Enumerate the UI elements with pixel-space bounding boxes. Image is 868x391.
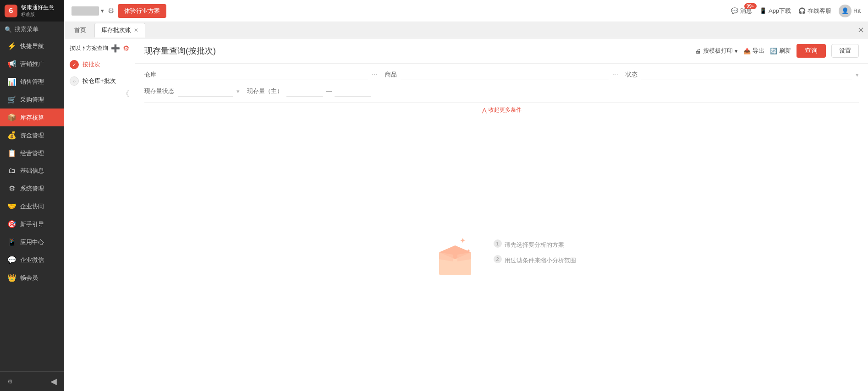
sidebar-item-operations[interactable]: 📋 经营管理 <box>0 144 64 162</box>
qty-min-input[interactable] <box>286 86 323 97</box>
qty-range: — <box>286 86 371 97</box>
search-label: 搜索菜单 <box>15 25 38 33</box>
sidebar-item-member[interactable]: 👑 畅会员 <box>0 269 64 287</box>
wechat-icon: 💬 <box>7 255 16 264</box>
refresh-icon: 🔄 <box>770 48 777 54</box>
trial-button[interactable]: 体验行业方案 <box>118 4 166 18</box>
page-title: 现存量查询(按批次) <box>144 45 216 56</box>
sidebar-item-purchase[interactable]: 🛒 采购管理 <box>0 91 64 109</box>
inventory-qty-label: 现存量（主） <box>247 87 283 95</box>
guide-icon: 🎯 <box>7 220 16 228</box>
sidebar-item-marketing[interactable]: 📢 营销推广 <box>0 55 64 73</box>
empty-instructions: 1 请先选择要分析的方案 2 用过滤条件来缩小分析范围 <box>494 239 576 270</box>
sidebar-item-label: 采购管理 <box>20 96 44 104</box>
tabbar-actions: ✕ <box>857 25 864 35</box>
sidebar: 6 畅康通好生意 标准版 🔍 搜索菜单 ⚡ 快捷导航 📢 营销推广 📊 销售管理… <box>0 0 64 391</box>
filter-row-1: 仓库 ··· 商品 ··· 状态 ▾ <box>144 69 859 80</box>
settings-icon[interactable]: ⚙ <box>7 378 13 385</box>
system-icon: ⚙ <box>7 184 16 193</box>
filter-area: 仓库 ··· 商品 ··· 状态 ▾ <box>135 64 868 118</box>
collapse-label: 收起更多条件 <box>489 106 522 114</box>
sidebar-search[interactable]: 🔍 搜索菜单 <box>0 22 64 37</box>
add-scheme-icon[interactable]: ➕ <box>111 44 120 53</box>
app-download-btn[interactable]: 📱 App下载 <box>759 7 791 15</box>
app-brand: 畅康通好生意 标准版 <box>21 4 54 18</box>
sidebar-item-basics[interactable]: 🗂 基础信息 <box>0 162 64 179</box>
inventory-icon: 📦 <box>7 113 16 122</box>
sales-icon: 📊 <box>7 77 16 86</box>
sidebar-item-sales[interactable]: 📊 销售管理 <box>0 73 64 91</box>
basics-icon: 🗂 <box>7 167 16 175</box>
chevron-down-icon2: ▾ <box>236 88 240 95</box>
app-download-label: App下载 <box>769 7 791 15</box>
sidebar-item-finance[interactable]: 💰 资金管理 <box>0 126 64 144</box>
scheme-item-by-warehouse-batch[interactable]: ○ 按仓库+批次 <box>64 73 135 89</box>
filter-inventory-qty: 现存量（主） — <box>247 86 371 97</box>
sidebar-item-quick-nav[interactable]: ⚡ 快捷导航 <box>0 37 64 55</box>
range-separator: — <box>326 88 332 95</box>
status-label: 状态 <box>626 71 637 79</box>
filter-row-2: 现存量状态 ▾ 现存量（主） — <box>144 86 859 97</box>
app-name: 畅康通好生意 <box>21 4 54 11</box>
scheme-header-label: 按以下方案查询 <box>70 44 108 52</box>
sidebar-item-guide[interactable]: 🎯 新手引导 <box>0 215 64 233</box>
messages-btn[interactable]: 💬 消息 99+ <box>731 7 752 15</box>
sidebar-item-apps[interactable]: 📱 应用中心 <box>0 233 64 251</box>
refresh-btn[interactable]: 🔄 刷新 <box>770 47 791 55</box>
search-icon: 🔍 <box>5 26 12 33</box>
marketing-icon: 📢 <box>7 60 16 68</box>
phone-icon: 📱 <box>759 7 767 14</box>
sidebar-item-inventory[interactable]: 📦 库存核算 <box>0 109 64 126</box>
sidebar-item-label: 快捷导航 <box>20 42 44 50</box>
page-header: 现存量查询(按批次) 🖨 按模板打印 ▾ 📤 导出 🔄 刷新 <box>135 38 868 64</box>
topbar-settings-icon[interactable]: ⚙ <box>108 6 114 15</box>
tab-close-icon[interactable]: ✕ <box>134 27 138 33</box>
tabbar-close-button[interactable]: ✕ <box>857 25 864 35</box>
warehouse-input[interactable] <box>160 69 368 80</box>
sidebar-nav: ⚡ 快捷导航 📢 营销推广 📊 销售管理 🛒 采购管理 📦 库存核算 💰 资金管… <box>0 37 64 371</box>
member-icon: 👑 <box>7 273 16 282</box>
empty-illustration: ✦ ✦ <box>428 227 483 282</box>
filter-status: 状态 ▾ <box>626 69 859 80</box>
scheme-panel-collapse-btn[interactable]: 《 <box>64 89 135 99</box>
collapse-bar[interactable]: ⋀ 收起更多条件 <box>144 102 859 118</box>
sidebar-collapse-btn[interactable]: ◀ <box>50 376 57 386</box>
query-button[interactable]: 查询 <box>797 44 826 58</box>
sidebar-item-wechat[interactable]: 💬 企业微信 <box>0 251 64 269</box>
print-btn[interactable]: 🖨 按模板打印 ▾ <box>695 47 738 55</box>
product-more[interactable]: ··· <box>612 71 618 79</box>
svg-text:✦: ✦ <box>467 248 470 253</box>
user-avatar[interactable]: 👤 Rit <box>839 5 861 17</box>
sidebar-item-label: 应用中心 <box>20 238 44 246</box>
settings-scheme-icon[interactable]: ⚙ <box>123 44 129 53</box>
online-service-btn[interactable]: 🎧 在线客服 <box>798 7 831 15</box>
tab-batch-account[interactable]: 库存批次账 ✕ <box>94 23 145 38</box>
topbar-left: ▾ ⚙ 体验行业方案 <box>71 4 725 18</box>
quick-nav-icon: ⚡ <box>7 42 16 50</box>
export-btn[interactable]: 📤 导出 <box>743 47 764 55</box>
username-label: Rit <box>853 7 861 14</box>
product-input[interactable] <box>401 69 609 80</box>
chevron-down-icon: ▾ <box>101 7 104 14</box>
settings-button[interactable]: 设置 <box>831 44 859 58</box>
scheme-item-by-batch[interactable]: ✓ 按批次 <box>64 56 135 73</box>
refresh-label: 刷新 <box>779 47 791 55</box>
sidebar-item-system[interactable]: ⚙ 系统管理 <box>0 179 64 197</box>
status-select[interactable] <box>641 69 852 80</box>
inventory-status-select[interactable] <box>178 86 233 97</box>
page-content: 现存量查询(按批次) 🖨 按模板打印 ▾ 📤 导出 🔄 刷新 <box>135 38 868 391</box>
sidebar-item-label: 畅会员 <box>20 274 38 282</box>
topbar-dropdown[interactable]: ▾ <box>71 6 104 16</box>
collapse-up-icon: ⋀ <box>482 107 487 114</box>
tab-home[interactable]: 首页 <box>68 23 93 37</box>
page-header-actions: 🖨 按模板打印 ▾ 📤 导出 🔄 刷新 查询 设置 <box>695 44 859 58</box>
sidebar-item-label: 经营管理 <box>20 149 44 157</box>
avatar: 👤 <box>839 5 852 17</box>
warehouse-more[interactable]: ··· <box>372 71 378 79</box>
sidebar-item-label: 基础信息 <box>20 167 44 175</box>
print-label: 按模板打印 <box>703 47 733 55</box>
online-service-label: 在线客服 <box>808 7 831 15</box>
qty-max-input[interactable] <box>335 86 371 97</box>
filter-warehouse: 仓库 ··· <box>144 69 378 80</box>
sidebar-item-enterprise[interactable]: 🤝 企业协同 <box>0 197 64 215</box>
